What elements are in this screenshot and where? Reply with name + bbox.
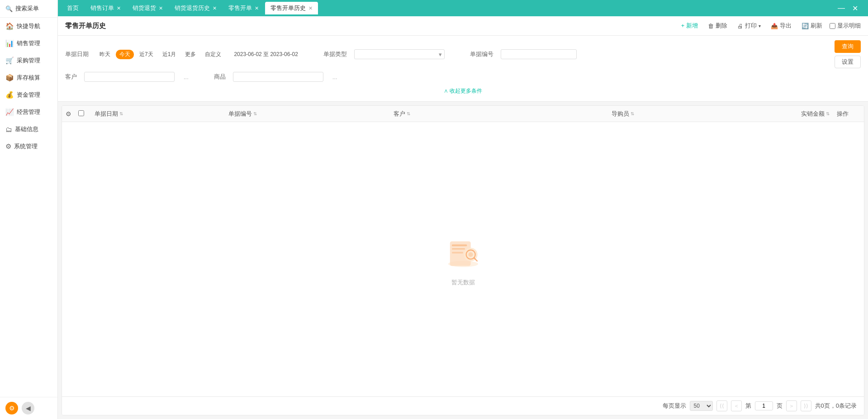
- sidebar-search[interactable]: 🔍 搜索采单: [0, 0, 57, 18]
- empty-illustration: [441, 232, 486, 273]
- th-date-label: 单据日期: [95, 110, 118, 118]
- th-customer[interactable]: 客户 ⇅: [390, 110, 608, 118]
- last-page-button[interactable]: ⟩⟩: [801, 400, 811, 411]
- sidebar-item-label: 快捷导航: [17, 22, 40, 30]
- tab-sales-return-history[interactable]: 销货退货历史 ✕: [169, 2, 222, 14]
- sidebar-item-system[interactable]: ⚙ 系统管理: [0, 138, 57, 155]
- doc-no-label: 单据编号: [470, 50, 493, 58]
- sort-no-icon: ⇅: [253, 111, 257, 116]
- export-button-label: 导出: [780, 22, 792, 30]
- sidebar-item-sales-mgmt[interactable]: 📊 销售管理: [0, 35, 57, 52]
- tab-sales-order[interactable]: 销售订单 ✕: [85, 2, 126, 14]
- refresh-button-label: 刷新: [811, 22, 822, 30]
- filter-row-2: 客户 ... 商品 ...: [65, 72, 861, 82]
- customer-input[interactable]: [84, 72, 175, 82]
- tab-home[interactable]: 首页: [62, 2, 84, 14]
- show-detail-label: 显示明细: [837, 22, 861, 30]
- select-all-checkbox[interactable]: [78, 110, 84, 116]
- date-opt-1month[interactable]: 近1月: [159, 50, 180, 59]
- doc-no-input[interactable]: [501, 49, 577, 59]
- topbar-right: — ✕: [836, 4, 864, 13]
- finance-icon: 💰: [5, 91, 14, 99]
- customer-dots[interactable]: ...: [184, 74, 189, 80]
- sales-icon: 📊: [5, 39, 14, 47]
- settings-button[interactable]: ⚙: [5, 402, 18, 414]
- sidebar-item-basic-info[interactable]: 🗂 基础信息: [0, 121, 57, 138]
- tab-close-sales-return-history[interactable]: ✕: [213, 5, 217, 11]
- sidebar-bottom: ⚙ ◀: [0, 397, 57, 419]
- close-button[interactable]: ✕: [850, 4, 860, 13]
- sidebar-item-purchase-mgmt[interactable]: 🛒 采购管理: [0, 52, 57, 69]
- sidebar-item-finance[interactable]: 💰 资金管理: [0, 86, 57, 104]
- th-amount-label: 实销金额: [801, 110, 825, 118]
- refresh-button[interactable]: 🔄 刷新: [799, 20, 825, 32]
- page-content: 零售开单历史 + 新增 🗑 删除 🖨 打印 ▾ 📤 导出: [58, 16, 868, 419]
- print-button[interactable]: 🖨 打印 ▾: [735, 20, 764, 32]
- sidebar-item-label: 经营管理: [17, 108, 40, 116]
- sidebar-item-label: 基础信息: [15, 125, 38, 133]
- th-guide-label: 导购员: [612, 110, 629, 118]
- print-chevron-icon: ▾: [759, 24, 761, 28]
- date-opt-more[interactable]: 更多: [181, 50, 199, 59]
- sort-customer-icon: ⇅: [407, 111, 410, 116]
- collapse-more-button[interactable]: ∧ 收起更多条件: [65, 85, 861, 97]
- minimize-button[interactable]: —: [836, 4, 847, 12]
- sidebar-item-quick-nav[interactable]: 🏠 快捷导航: [0, 18, 57, 35]
- date-opt-7days[interactable]: 近7天: [136, 50, 157, 59]
- page-word: 第: [745, 402, 751, 410]
- empty-text: 暂无数据: [451, 278, 475, 287]
- empty-state: 暂无数据: [62, 122, 864, 396]
- sidebar-item-business[interactable]: 📈 经营管理: [0, 104, 57, 121]
- tab-retail-open[interactable]: 零售开单 ✕: [223, 2, 264, 14]
- sidebar-item-label: 系统管理: [14, 142, 38, 151]
- tab-close-retail-open-history[interactable]: ✕: [308, 5, 313, 11]
- th-customer-label: 客户: [394, 110, 405, 118]
- tab-close-sales-return[interactable]: ✕: [159, 5, 163, 11]
- page-label: 页: [777, 402, 783, 410]
- sort-date-icon: ⇅: [119, 111, 123, 116]
- setting-button[interactable]: 设置: [835, 56, 861, 68]
- delete-button[interactable]: 🗑 删除: [705, 20, 730, 32]
- toolbar: 零售开单历史 + 新增 🗑 删除 🖨 打印 ▾ 📤 导出: [58, 16, 868, 36]
- doc-type-select[interactable]: [354, 49, 445, 59]
- tab-close-sales-order[interactable]: ✕: [117, 5, 121, 11]
- sidebar-item-label: 采购管理: [17, 56, 40, 65]
- prev-page-button[interactable]: ＜: [731, 400, 742, 411]
- tab-retail-open-history[interactable]: 零售开单历史 ✕: [265, 2, 318, 14]
- th-no[interactable]: 单据编号 ⇅: [225, 110, 390, 118]
- current-page-input[interactable]: 1: [755, 401, 773, 410]
- export-button[interactable]: 📤 导出: [768, 20, 794, 32]
- per-page-select[interactable]: 50 20 100: [690, 401, 713, 411]
- date-opt-custom[interactable]: 自定义: [201, 50, 225, 59]
- th-amount[interactable]: 实销金额 ⇅: [721, 110, 833, 118]
- tab-sales-return[interactable]: 销货退货 ✕: [127, 2, 168, 14]
- search-icon: 🔍: [5, 5, 13, 12]
- th-op: 操作: [833, 110, 860, 118]
- tab-sales-return-history-label: 销货退货历史: [175, 4, 210, 12]
- first-page-button[interactable]: ⟨⟨: [716, 400, 727, 411]
- date-opt-yesterday[interactable]: 昨天: [96, 50, 114, 59]
- th-guide[interactable]: 导购员 ⇅: [608, 110, 721, 118]
- show-detail-input[interactable]: [830, 23, 835, 29]
- sidebar-item-label: 库存核算: [17, 74, 40, 82]
- delete-button-label: 删除: [716, 22, 727, 30]
- show-detail-checkbox[interactable]: 显示明细: [830, 22, 861, 30]
- th-op-label: 操作: [837, 110, 849, 118]
- date-opt-today[interactable]: 今天: [116, 50, 134, 59]
- table-select-all[interactable]: [78, 110, 91, 118]
- per-page-label: 每页显示: [663, 402, 686, 410]
- table-header: ⚙ 单据日期 ⇅ 单据编号 ⇅ 客户 ⇅ 导购员 ⇅: [62, 106, 864, 122]
- table-settings-icon[interactable]: ⚙: [66, 110, 78, 118]
- date-label: 单据日期: [65, 50, 89, 58]
- sidebar-item-label: 资金管理: [17, 91, 40, 99]
- collapse-sidebar-button[interactable]: ◀: [22, 402, 34, 414]
- new-button[interactable]: + 新增: [678, 20, 701, 32]
- query-button[interactable]: 查询: [835, 40, 861, 53]
- goods-dots[interactable]: ...: [332, 74, 337, 80]
- th-date[interactable]: 单据日期 ⇅: [91, 110, 225, 118]
- customer-label: 客户: [65, 73, 77, 81]
- goods-input[interactable]: [233, 72, 323, 82]
- tab-close-retail-open[interactable]: ✕: [255, 5, 259, 11]
- sidebar-item-inventory[interactable]: 📦 库存核算: [0, 69, 57, 86]
- next-page-button[interactable]: ＞: [786, 400, 797, 411]
